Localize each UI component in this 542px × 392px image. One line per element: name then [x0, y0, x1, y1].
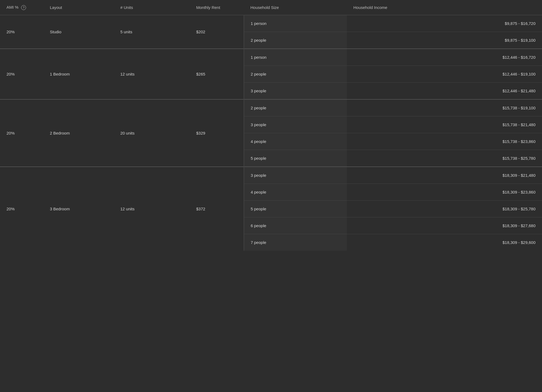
- table-row: 20%Studio5 units$2021 person$9,875 - $16…: [0, 15, 542, 32]
- household-size-cell: 2 people: [244, 32, 347, 49]
- household-size-cell: 1 person: [244, 49, 347, 66]
- ami-cell: 20%: [0, 49, 43, 99]
- household-size-cell: 3 people: [244, 116, 347, 133]
- household-income-cell: $15,738 - $21,480: [347, 116, 542, 133]
- units-cell: 12 units: [114, 49, 190, 99]
- units-cell: 12 units: [114, 167, 190, 251]
- household-income-cell: $12,446 - $16,720: [347, 49, 542, 66]
- header-household-income: Household Income: [347, 0, 542, 15]
- household-income-cell: $9,875 - $16,720: [347, 15, 542, 32]
- household-income-cell: $15,738 - $19,100: [347, 99, 542, 116]
- household-income-cell: $18,309 - $23,860: [347, 184, 542, 201]
- header-layout: Layout: [43, 0, 114, 15]
- household-size-cell: 2 people: [244, 66, 347, 83]
- header-household-size: Household Size: [244, 0, 347, 15]
- household-size-cell: 7 people: [244, 234, 347, 251]
- table-row: 20%1 Bedroom12 units$2651 person$12,446 …: [0, 49, 542, 66]
- household-size-cell: 5 people: [244, 201, 347, 217]
- table-row: 20%3 Bedroom12 units$3723 people$18,309 …: [0, 167, 542, 184]
- household-size-cell: 4 people: [244, 133, 347, 150]
- household-income-cell: $18,309 - $21,480: [347, 167, 542, 184]
- household-size-cell: 5 people: [244, 150, 347, 167]
- layout-cell: 3 Bedroom: [43, 167, 114, 251]
- rent-cell: $202: [190, 15, 244, 49]
- ami-cell: 20%: [0, 15, 43, 49]
- household-income-cell: $18,309 - $27,680: [347, 217, 542, 234]
- table-row: 20%2 Bedroom20 units$3292 people$15,738 …: [0, 99, 542, 116]
- rent-cell: $372: [190, 167, 244, 251]
- household-size-cell: 3 people: [244, 83, 347, 100]
- header-units: # Units: [114, 0, 190, 15]
- ami-help-icon[interactable]: ?: [21, 5, 26, 10]
- layout-cell: 1 Bedroom: [43, 49, 114, 99]
- household-income-cell: $15,738 - $25,780: [347, 150, 542, 167]
- layout-cell: Studio: [43, 15, 114, 49]
- household-size-cell: 4 people: [244, 184, 347, 201]
- household-size-cell: 2 people: [244, 99, 347, 116]
- layout-cell: 2 Bedroom: [43, 99, 114, 167]
- rent-cell: $329: [190, 99, 244, 167]
- header-monthly-rent: Monthly Rent: [190, 0, 244, 15]
- ami-cell: 20%: [0, 99, 43, 167]
- rent-cell: $265: [190, 49, 244, 99]
- household-income-cell: $18,309 - $29,600: [347, 234, 542, 251]
- household-size-cell: 3 people: [244, 167, 347, 184]
- ami-cell: 20%: [0, 167, 43, 251]
- table-container: AMI % ? Layout # Units Monthly Rent Hous…: [0, 0, 542, 251]
- household-income-cell: $18,309 - $25,780: [347, 201, 542, 217]
- household-income-cell: $12,446 - $19,100: [347, 66, 542, 83]
- household-size-cell: 1 person: [244, 15, 347, 32]
- ami-table: AMI % ? Layout # Units Monthly Rent Hous…: [0, 0, 542, 251]
- household-size-cell: 6 people: [244, 217, 347, 234]
- household-income-cell: $15,738 - $23,860: [347, 133, 542, 150]
- household-income-cell: $9,875 - $19,100: [347, 32, 542, 49]
- household-income-cell: $12,446 - $21,480: [347, 83, 542, 100]
- units-cell: 20 units: [114, 99, 190, 167]
- units-cell: 5 units: [114, 15, 190, 49]
- header-ami: AMI % ?: [0, 0, 43, 15]
